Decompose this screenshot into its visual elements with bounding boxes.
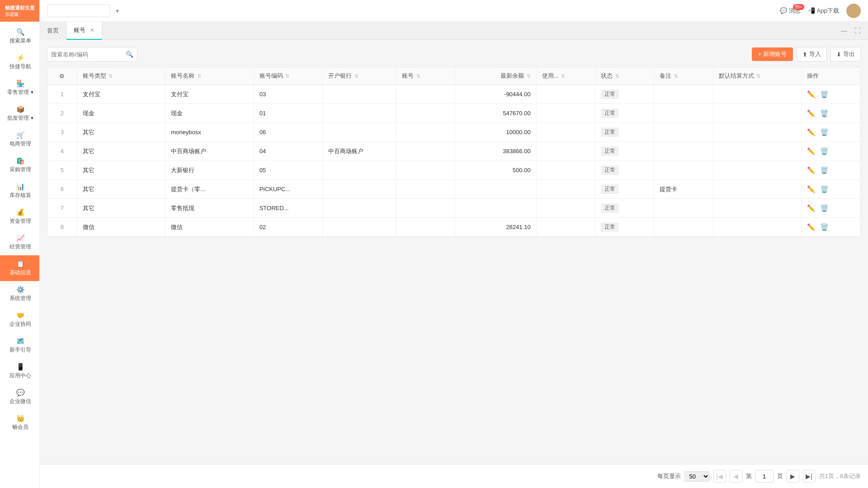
cell-status-5: 正常 xyxy=(595,180,654,199)
cell-balance-1: 547670.00 xyxy=(455,104,536,123)
page-size-label: 每页显示 xyxy=(657,472,681,480)
sidebar-item-app-center[interactable]: 📱 应用中心 xyxy=(0,358,39,384)
col-status-header[interactable]: 状态 ⇅ xyxy=(595,67,654,85)
cell-action-6: ✏️ 🗑️ xyxy=(802,199,860,218)
col-code-header[interactable]: 账号编码 ⇅ xyxy=(254,67,323,85)
delete-icon-4[interactable]: 🗑️ xyxy=(820,166,829,174)
cell-bank-4 xyxy=(323,161,396,180)
cell-code-7: 02 xyxy=(254,218,323,237)
top-search-input[interactable] xyxy=(47,5,110,17)
cell-action-5: ✏️ 🗑️ xyxy=(802,180,860,199)
sidebar-item-operations[interactable]: 📈 经营管理 xyxy=(0,230,39,255)
sidebar-item-search[interactable]: 🔍 搜索菜单 xyxy=(0,23,39,49)
delete-icon-1[interactable]: 🗑️ xyxy=(820,109,829,117)
cell-type-5: 其它 xyxy=(77,180,165,199)
import-button[interactable]: ⬆ 导入 xyxy=(797,47,827,61)
cell-use-5 xyxy=(536,180,595,199)
sidebar-item-purchase[interactable]: 🛍️ 采购管理 xyxy=(0,152,39,178)
user-avatar[interactable] xyxy=(846,4,861,18)
edit-icon-5[interactable]: ✏️ xyxy=(807,185,816,193)
tab-close-icon[interactable]: ✕ xyxy=(90,27,94,33)
cell-balance-0: -90444.00 xyxy=(455,85,536,104)
col-name-header[interactable]: 账号名称 ⇅ xyxy=(165,67,254,85)
cell-use-1 xyxy=(536,104,595,123)
delete-icon-0[interactable]: 🗑️ xyxy=(820,90,829,99)
sidebar-item-retail[interactable]: 🏪 零售管理 ▾ xyxy=(0,75,39,101)
edit-icon-1[interactable]: ✏️ xyxy=(807,109,816,117)
notification-button[interactable]: 💬 消息 99+ xyxy=(780,7,801,15)
export-button[interactable]: ⬇ 导出 xyxy=(830,47,861,61)
edit-icon-2[interactable]: ✏️ xyxy=(807,128,816,136)
sidebar-item-system[interactable]: ⚙️ 系统管理 xyxy=(0,281,39,307)
tab-account[interactable]: 账号 ✕ xyxy=(66,22,102,40)
cell-type-6: 其它 xyxy=(77,199,165,218)
last-page-button[interactable]: ▶| xyxy=(803,470,816,483)
edit-icon-0[interactable]: ✏️ xyxy=(807,90,816,99)
status-badge-7: 正常 xyxy=(601,222,619,232)
sidebar-item-quicknav[interactable]: ⚡ 快捷导航 xyxy=(0,49,39,75)
delete-icon-3[interactable]: 🗑️ xyxy=(820,147,829,155)
edit-icon-4[interactable]: ✏️ xyxy=(807,166,816,174)
cell-action-2: ✏️ 🗑️ xyxy=(802,123,860,142)
cell-num-2: 3 xyxy=(47,123,77,142)
tab-maximize-icon[interactable]: ⛶ xyxy=(853,25,863,36)
col-settings-header[interactable]: ⚙ xyxy=(47,67,77,85)
cell-account-6 xyxy=(396,199,455,218)
col-type-header[interactable]: 账号类型 ⇅ xyxy=(77,67,165,85)
delete-icon-5[interactable]: 🗑️ xyxy=(820,185,829,193)
sidebar-item-finance[interactable]: 💰 资金管理 xyxy=(0,204,39,230)
status-badge-0: 正常 xyxy=(601,89,619,99)
sidebar-item-wechat[interactable]: 💬 企业微信 xyxy=(0,384,39,410)
cell-balance-6 xyxy=(455,199,536,218)
app-download-button[interactable]: 📲 App下载 xyxy=(808,7,839,15)
sort-account-icon: ⇅ xyxy=(416,73,420,79)
status-badge-2: 正常 xyxy=(601,127,619,137)
table-row: 1 支付宝 支付宝 03 -90444.00 正常 ✏️ 🗑️ xyxy=(47,85,860,104)
sidebar-item-member[interactable]: 👑 畅会员 xyxy=(0,410,39,436)
col-account-header[interactable]: 账号 ⇅ xyxy=(396,67,455,85)
next-page-button[interactable]: ▶ xyxy=(787,470,799,483)
sort-name-icon: ⇅ xyxy=(197,73,201,79)
sidebar-item-guide[interactable]: 🗺️ 新手引导 xyxy=(0,333,39,358)
notification-badge: 99+ xyxy=(793,4,804,10)
cell-action-0: ✏️ 🗑️ xyxy=(802,85,860,104)
sort-default-icon: ⇅ xyxy=(756,73,760,79)
col-bank-header[interactable]: 开户银行 ⇅ xyxy=(323,67,396,85)
table-row: 5 其它 大新银行 05 500.00 正常 ✏️ 🗑️ xyxy=(47,161,860,180)
dropdown-arrow-icon[interactable]: ▾ xyxy=(116,7,119,14)
page-number-input[interactable] xyxy=(755,470,774,483)
cell-name-3: 中百商场账户 xyxy=(165,142,254,161)
cell-bank-0 xyxy=(323,85,396,104)
add-account-button[interactable]: + 新增账号 xyxy=(752,47,793,61)
edit-icon-6[interactable]: ✏️ xyxy=(807,204,816,212)
delete-icon-7[interactable]: 🗑️ xyxy=(820,223,829,231)
col-default-header[interactable]: 默认结算方式 ⇅ xyxy=(713,67,802,85)
col-balance-header[interactable]: 最新余额 ⇅ xyxy=(455,67,536,85)
sidebar-item-wholesale[interactable]: 📦 批发管理 ▾ xyxy=(0,101,39,127)
tab-home[interactable]: 首页 xyxy=(40,22,66,40)
col-use-header[interactable]: 使用... ⇅ xyxy=(536,67,595,85)
search-input[interactable] xyxy=(51,51,126,58)
cell-code-0: 03 xyxy=(254,85,323,104)
cell-status-7: 正常 xyxy=(595,218,654,237)
edit-icon-7[interactable]: ✏️ xyxy=(807,223,816,231)
delete-icon-2[interactable]: 🗑️ xyxy=(820,128,829,136)
cell-bank-5 xyxy=(323,180,396,199)
sidebar-item-basic-info[interactable]: 📋 基础信息 xyxy=(0,255,39,281)
cell-name-7: 微信 xyxy=(165,218,254,237)
status-badge-1: 正常 xyxy=(601,108,619,118)
tab-minimize-icon[interactable]: — xyxy=(839,25,849,36)
sidebar-item-ecommerce[interactable]: 🛒 电商管理 xyxy=(0,127,39,152)
cell-balance-4: 500.00 xyxy=(455,161,536,180)
sidebar-item-cooperation[interactable]: 🤝 企业协同 xyxy=(0,307,39,333)
delete-icon-6[interactable]: 🗑️ xyxy=(820,204,829,212)
col-remark-header[interactable]: 备注 ⇅ xyxy=(654,67,713,85)
prev-page-button[interactable]: ◀ xyxy=(730,470,742,483)
sidebar-item-inventory[interactable]: 📊 库存核算 xyxy=(0,178,39,204)
page-size-select[interactable]: 50 100 200 xyxy=(684,471,710,482)
edit-icon-3[interactable]: ✏️ xyxy=(807,147,816,155)
cell-code-6: STORED... xyxy=(254,199,323,218)
app-name: 畅捷通财生意 xyxy=(5,5,35,11)
cell-bank-7 xyxy=(323,218,396,237)
first-page-button[interactable]: |◀ xyxy=(713,470,726,483)
